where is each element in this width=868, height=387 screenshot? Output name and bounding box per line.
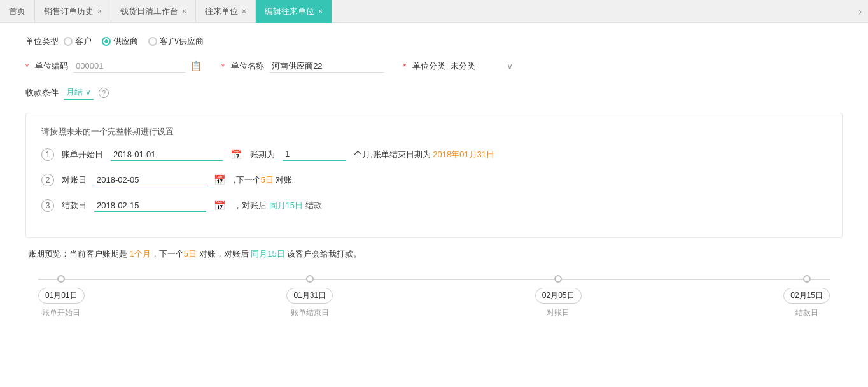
category-dropdown-icon: ∨ — [507, 61, 513, 71]
timeline-items: 01月01日 账单开始日 01月31日 账单结束日 02月05日 对账日 — [38, 275, 830, 318]
radio-both-label: 客户/供应商 — [160, 36, 204, 47]
period-row-3-day: 同月15日 — [269, 201, 303, 210]
period-row-1-suffix: 个月,账单结束日期为 2018年01月31日 — [354, 149, 494, 160]
timeline-label-3: 对账日 — [547, 307, 570, 318]
radio-both-circle — [148, 37, 157, 46]
close-cash-work-icon[interactable]: × — [182, 7, 186, 16]
tab-cash-work-label: 钱货日清工作台 — [120, 6, 178, 17]
main-content: 单位类型 客户 供应商 客户/供应商 * 单位编码 — [0, 23, 868, 387]
payment-help-icon[interactable]: ? — [99, 88, 109, 98]
period-box: 请按照未来的一个完整帐期进行设置 1 账单开始日 📅 账期为 个月,账单结束日期… — [25, 113, 843, 238]
period-row-3-label: 结款日 — [62, 200, 87, 211]
tab-sales-history-label: 销售订单历史 — [44, 6, 94, 17]
timeline-point-1: 01月01日 账单开始日 — [38, 275, 85, 318]
timeline-pill-3: 02月05日 — [535, 288, 582, 304]
timeline-pill-2: 01月31日 — [286, 288, 333, 304]
payment-select[interactable]: 月结 ∨ — [64, 85, 94, 100]
payment-select-value: 月结 — [66, 87, 83, 98]
period-row-2-label: 对账日 — [62, 174, 87, 186]
period-row-2-calendar-icon[interactable]: 📅 — [214, 174, 226, 186]
tab-cash-work[interactable]: 钱货日清工作台 × — [111, 0, 196, 23]
preview-text: 账期预览：当前客户账期是 1个月，下一个5日 对账，对账后 同月15日 该客户会… — [25, 248, 843, 260]
period-row-3-date[interactable] — [94, 199, 206, 212]
category-dropdown[interactable]: 未分类 ∨ — [451, 60, 513, 72]
timeline-dot-1 — [57, 275, 65, 283]
period-row-1-middle: 账期为 — [250, 149, 275, 160]
preview-prefix: 账期预览：当前客户账期是 — [28, 249, 130, 258]
preview-middle1: ，下一个 — [151, 249, 184, 258]
preview-suffix: 该客户会给我打款。 — [285, 249, 362, 258]
close-partners-icon[interactable]: × — [242, 7, 246, 16]
timeline-pill-1: 01月01日 — [38, 288, 85, 304]
radio-customer-label: 客户 — [75, 36, 92, 47]
timeline-wrapper: 01月01日 账单开始日 01月31日 账单结束日 02月05日 对账日 — [25, 272, 843, 318]
code-required: * — [25, 62, 29, 71]
timeline-point-4: 02月15日 结款日 — [783, 275, 830, 318]
radio-supplier-circle — [102, 37, 111, 46]
close-sales-history-icon[interactable]: × — [97, 7, 102, 16]
category-field: * 单位分类 未分类 ∨ — [403, 60, 513, 72]
period-row-3-number: 3 — [41, 199, 54, 212]
name-field: * 单位名称 — [221, 60, 384, 73]
payment-label: 收款条件 — [25, 87, 59, 99]
radio-group: 客户 供应商 客户/供应商 — [64, 36, 204, 47]
payment-dropdown-icon: ∨ — [85, 88, 91, 97]
tab-home[interactable]: 首页 — [0, 0, 35, 23]
period-row-2-date[interactable] — [94, 174, 206, 186]
name-required: * — [221, 62, 225, 71]
timeline-dot-3 — [554, 275, 562, 283]
tab-bar: 首页 销售订单历史 × 钱货日清工作台 × 往来单位 × 编辑往来单位 × › — [0, 0, 868, 23]
preview-day1: 5日 — [184, 249, 197, 258]
code-label: 单位编码 — [35, 60, 68, 72]
period-row-1-label: 账单开始日 — [62, 149, 103, 160]
period-row-1-number: 1 — [41, 148, 54, 161]
period-row-3: 3 结款日 📅 ，对账后 同月15日 结款 — [41, 199, 827, 212]
unit-type-field: 单位类型 客户 供应商 客户/供应商 — [25, 36, 204, 47]
period-row-2-desc: ,下一个5日 对账 — [234, 174, 292, 186]
period-row-2: 2 对账日 📅 ,下一个5日 对账 — [41, 174, 827, 186]
payment-row: 收款条件 月结 ∨ ? — [25, 85, 843, 100]
timeline-label-4: 结款日 — [795, 307, 818, 318]
period-row-1-date[interactable] — [111, 148, 223, 161]
code-field: * 单位编码 📋 — [25, 60, 202, 73]
radio-customer-circle — [64, 37, 73, 46]
period-months-input[interactable] — [283, 148, 346, 161]
timeline-label-1: 账单开始日 — [42, 307, 80, 318]
radio-supplier[interactable]: 供应商 — [102, 36, 138, 47]
tab-partners[interactable]: 往来单位 × — [196, 0, 256, 23]
category-value: 未分类 — [451, 60, 501, 72]
code-name-category-row: * 单位编码 📋 * 单位名称 * 单位分类 未分类 ∨ — [25, 60, 843, 73]
period-row-1: 1 账单开始日 📅 账期为 个月,账单结束日期为 2018年01月31日 — [41, 148, 827, 161]
code-calendar-icon[interactable]: 📋 — [190, 60, 202, 72]
timeline-dot-4 — [803, 275, 811, 283]
tab-sales-history[interactable]: 销售订单历史 × — [35, 0, 111, 23]
preview-middle2: 对账，对账后 — [197, 249, 251, 258]
period-row-2-day: 5日 — [261, 175, 274, 185]
unit-type-row: 单位类型 客户 供应商 客户/供应商 — [25, 36, 843, 47]
radio-customer[interactable]: 客户 — [64, 36, 92, 47]
tab-home-label: 首页 — [9, 6, 25, 17]
name-input[interactable] — [269, 60, 384, 73]
unit-type-label: 单位类型 — [25, 36, 59, 47]
radio-both[interactable]: 客户/供应商 — [148, 36, 204, 47]
timeline-dot-2 — [306, 275, 314, 283]
timeline-point-3: 02月05日 对账日 — [535, 275, 582, 318]
period-row-3-desc: ，对账后 同月15日 结款 — [234, 200, 322, 211]
timeline-label-2: 账单结束日 — [291, 307, 329, 318]
period-row-3-calendar-icon[interactable]: 📅 — [214, 200, 226, 211]
close-edit-partner-icon[interactable]: × — [318, 7, 323, 16]
category-required: * — [403, 62, 406, 71]
timeline-point-2: 01月31日 账单结束日 — [286, 275, 333, 318]
tab-edit-partner[interactable]: 编辑往来单位 × — [256, 0, 332, 23]
period-row-1-end-date: 2018年01月31日 — [433, 150, 494, 159]
preview-months: 1个月 — [130, 249, 151, 258]
period-row-1-calendar-icon[interactable]: 📅 — [230, 149, 242, 160]
tab-scroll-arrow[interactable]: › — [852, 0, 868, 23]
code-input[interactable] — [73, 60, 185, 73]
radio-supplier-label: 供应商 — [113, 36, 138, 47]
period-title: 请按照未来的一个完整帐期进行设置 — [41, 126, 827, 137]
tab-partners-label: 往来单位 — [205, 6, 238, 17]
tab-edit-partner-label: 编辑往来单位 — [265, 6, 314, 17]
name-label: 单位名称 — [231, 60, 264, 72]
timeline-pill-4: 02月15日 — [783, 288, 830, 304]
